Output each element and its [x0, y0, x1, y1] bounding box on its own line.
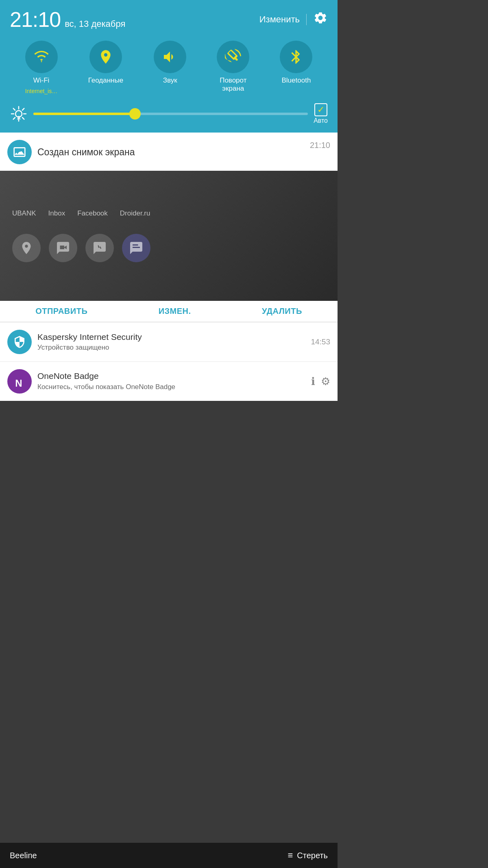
clear-icon: ≡	[288, 850, 293, 861]
kaspersky-time: 14:53	[311, 337, 330, 346]
status-bar: 21:10 вс, 13 декабря Изменить	[10, 7, 328, 32]
svg-line-6	[22, 117, 24, 119]
location-icon	[98, 49, 114, 65]
geodata-toggle[interactable]: Геоданные	[88, 41, 123, 94]
preview-app-facebook: Facebook	[77, 209, 108, 218]
screenshot-notification-header: Создан снимок экрана 21:10	[0, 133, 338, 171]
onenote-icon-circle: N	[7, 369, 32, 394]
preview-wallpaper: UBANK Inbox Facebook Droider.ru	[0, 171, 338, 301]
date-text: вс, 13 декабря	[65, 19, 125, 29]
sound-label: Звук	[163, 76, 177, 85]
bluetooth-toggle-circle	[280, 41, 312, 73]
svg-line-5	[13, 109, 15, 110]
brightness-slider-fill	[33, 113, 135, 115]
screenshot-icon	[13, 146, 26, 159]
settings-gear-icon[interactable]	[313, 11, 328, 28]
brightness-slider-thumb[interactable]	[129, 108, 141, 120]
onenote-subtitle: Коснитесь, чтобы показать OneNote Badge	[37, 383, 305, 392]
geodata-label: Геоданные	[88, 76, 123, 85]
screenshot-notification[interactable]: Создан снимок экрана 21:10 UBANK Inbox F…	[0, 133, 338, 322]
clear-notifications-button[interactable]: ≡ Стереть	[288, 850, 328, 861]
screenshot-preview: UBANK Inbox Facebook Droider.ru	[0, 171, 338, 301]
bluetooth-label: Bluetooth	[282, 76, 311, 85]
wifi-label: Wi-Fi	[33, 76, 50, 85]
screenshot-icon-circle	[7, 140, 32, 164]
sound-toggle-circle	[154, 41, 186, 73]
share-button[interactable]: ОТПРАВИТЬ	[35, 307, 87, 316]
rotation-icon	[225, 49, 241, 65]
preview-icon-whatsapp	[85, 234, 114, 262]
quick-toggles: Wi-Fi Internet_is… Геоданные Звук	[10, 41, 328, 94]
screenshot-notification-content: Создан снимок экрана	[37, 147, 304, 158]
kaspersky-notification[interactable]: Kaspersky Internet Security Устройство з…	[0, 322, 338, 362]
sound-toggle[interactable]: Звук	[154, 41, 186, 94]
kaspersky-shield-icon	[13, 335, 26, 348]
kaspersky-title: Kaspersky Internet Security	[37, 332, 305, 342]
onenote-actions-group: ℹ ⚙	[311, 375, 330, 388]
auto-checkbox: ✓	[314, 103, 327, 116]
delete-button[interactable]: УДАЛИТЬ	[262, 307, 302, 316]
kaspersky-icon-circle	[7, 330, 32, 354]
screenshot-notification-time: 21:10	[310, 141, 330, 150]
preview-app-inbox: Inbox	[48, 209, 65, 218]
svg-text:A: A	[17, 115, 21, 121]
onenote-info-icon[interactable]: ℹ	[311, 375, 315, 388]
preview-icon-maps	[12, 234, 41, 262]
clear-label: Стереть	[297, 851, 328, 860]
wifi-toggle[interactable]: Wi-Fi Internet_is…	[25, 41, 58, 94]
svg-text:N: N	[15, 378, 22, 388]
screenshot-actions: ОТПРАВИТЬ ИЗМЕН. УДАЛИТЬ	[0, 301, 338, 322]
rotation-toggle-circle	[217, 41, 249, 73]
onenote-title: OneNote Badge	[37, 371, 305, 381]
checkmark-icon: ✓	[317, 104, 325, 115]
svg-line-7	[22, 109, 24, 110]
time-date: 21:10 вс, 13 декабря	[10, 7, 125, 32]
wifi-toggle-circle	[25, 41, 58, 73]
preview-icons-row	[8, 234, 150, 262]
brightness-row: A ✓ Авто	[10, 103, 328, 124]
bluetooth-toggle[interactable]: Bluetooth	[280, 41, 312, 94]
wifi-sublabel: Internet_is…	[25, 88, 57, 94]
kaspersky-subtitle: Устройство защищено	[37, 344, 305, 352]
notifications-area: Создан снимок экрана 21:10 UBANK Inbox F…	[0, 133, 338, 401]
auto-brightness-toggle[interactable]: ✓ Авто	[314, 103, 328, 124]
preview-icon-messenger	[122, 234, 150, 262]
carrier-name: Beeline	[10, 851, 37, 860]
edit-notification-button[interactable]: ИЗМЕН.	[159, 307, 191, 316]
bottom-bar: Beeline ≡ Стереть	[0, 843, 338, 868]
preview-app-ubank: UBANK	[12, 209, 36, 218]
vertical-divider	[306, 14, 307, 25]
onenote-icon: N	[13, 375, 26, 388]
rotation-toggle[interactable]: Поворотэкрана	[217, 41, 249, 94]
status-bar-right: Изменить	[259, 11, 328, 28]
auto-label: Авто	[314, 117, 328, 124]
edit-button[interactable]: Изменить	[259, 14, 300, 25]
preview-app-droider: Droider.ru	[120, 209, 150, 218]
screenshot-notification-title: Создан снимок экрана	[37, 147, 304, 158]
preview-icon-viber	[49, 234, 77, 262]
bluetooth-icon	[288, 49, 304, 65]
quick-settings-panel: 21:10 вс, 13 декабря Изменить Wi-Fi Inte…	[0, 0, 338, 133]
wifi-icon	[33, 49, 50, 65]
preview-apps-row: UBANK Inbox Facebook Droider.ru	[8, 209, 150, 218]
sound-icon	[162, 49, 178, 65]
clock-time: 21:10	[10, 7, 61, 32]
svg-line-8	[13, 117, 15, 119]
kaspersky-content: Kaspersky Internet Security Устройство з…	[37, 332, 305, 352]
brightness-icon: A	[10, 105, 28, 123]
brightness-slider-track[interactable]	[33, 113, 308, 115]
onenote-notification[interactable]: N OneNote Badge Коснитесь, чтобы показат…	[0, 362, 338, 401]
geodata-toggle-circle	[89, 41, 122, 73]
onenote-settings-icon[interactable]: ⚙	[321, 375, 330, 388]
brightness-adjust-icon: A	[10, 105, 28, 123]
onenote-content: OneNote Badge Коснитесь, чтобы показать …	[37, 371, 305, 392]
rotation-label: Поворотэкрана	[220, 76, 246, 93]
